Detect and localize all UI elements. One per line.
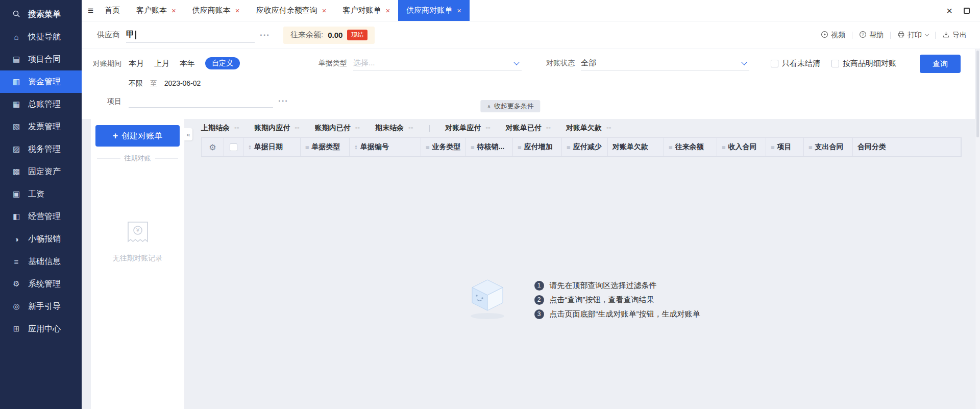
tab-close-icon[interactable]: × — [385, 7, 390, 14]
sidebar-item-8[interactable]: ▣工资 — [0, 183, 82, 205]
collapse-conditions-button[interactable]: ∧ 收起更多条件 — [480, 100, 540, 112]
filter-icon[interactable]: ≡ — [567, 143, 571, 151]
sort-icon[interactable]: ▲▼ — [248, 145, 252, 150]
doc-type-select[interactable]: 选择... — [353, 56, 522, 70]
sidebar-search[interactable]: 搜索菜单 — [0, 3, 82, 26]
tab-close-icon[interactable]: × — [235, 7, 240, 14]
period-option-3[interactable]: 本年 — [180, 59, 195, 68]
column-header-7[interactable]: ≡应付减少 — [562, 138, 608, 156]
date-to[interactable]: 2023-06-02 — [164, 79, 201, 87]
column-header-8[interactable]: 对账单欠款 — [608, 138, 664, 156]
column-header-1[interactable]: ▲▼单据日期 — [243, 138, 301, 156]
summary-divider — [429, 125, 430, 132]
column-header-10[interactable]: ≡收入合同 — [717, 138, 766, 156]
period-option-2[interactable]: 上月 — [154, 59, 169, 68]
collapse-conditions-label: 收起更多条件 — [494, 102, 534, 111]
filter-icon[interactable]: ≡ — [669, 143, 673, 151]
scrollbar-thumb[interactable] — [976, 51, 979, 137]
video-button[interactable]: 视频 — [821, 31, 845, 40]
column-header-2[interactable]: ≡单据类型 — [301, 138, 350, 156]
supplier-input[interactable]: 甲 — [126, 28, 255, 43]
by-item-detail-checkbox[interactable]: 按商品明细对账 — [831, 59, 896, 68]
help-button[interactable]: ? 帮助 — [859, 31, 884, 40]
tab-close-icon[interactable]: × — [172, 7, 176, 14]
step-text: 点击页面底部“生成对账单”按钮，生成对账单 — [550, 309, 700, 319]
window-controls: × — [936, 0, 980, 21]
sidebar-item-label: 应用中心 — [28, 324, 61, 334]
filter-icon[interactable]: ≡ — [722, 143, 726, 151]
filter-icon[interactable]: ≡ — [471, 143, 475, 151]
sidebar-item-7[interactable]: ▩固定资产 — [0, 160, 82, 183]
expense-icon: ◑ — [11, 235, 21, 244]
tab-1[interactable]: 首页 — [96, 0, 128, 21]
sort-icon[interactable]: ▲▼ — [354, 145, 358, 150]
fixed-assets-icon: ▩ — [11, 167, 21, 176]
select-all-checkbox[interactable] — [224, 138, 243, 156]
summary-item-7: 对账单欠款-- — [566, 124, 611, 133]
past-statements-divider: 往期对账 — [97, 154, 178, 163]
tab-label: 首页 — [105, 6, 120, 15]
project-contract-icon: ▤ — [11, 55, 21, 64]
compass-icon: ⌂ — [11, 33, 21, 41]
sidebar-menu: ⌂快捷导航▤项目合同▥资金管理▦总账管理▧发票管理▨税务管理▩固定资产▣工资◧经… — [0, 26, 82, 340]
filter-icon[interactable]: ≡ — [808, 143, 813, 151]
project-input[interactable] — [129, 94, 273, 108]
filter-icon[interactable]: ≡ — [426, 143, 430, 151]
tab-6[interactable]: 供应商对账单× — [398, 0, 470, 21]
sidebar-item-13[interactable]: ◎新手引导 — [0, 295, 82, 318]
project-more-button[interactable]: ··· — [278, 96, 288, 106]
tab-4[interactable]: 应收应付余额查询× — [248, 0, 335, 21]
column-header-9[interactable]: ≡往来余额 — [664, 138, 717, 156]
sidebar-item-5[interactable]: ▧发票管理 — [0, 115, 82, 138]
date-from[interactable]: 不限 — [129, 79, 143, 87]
date-range[interactable]: 不限 至 2023-06-02 — [129, 79, 240, 88]
column-header-3[interactable]: ▲▼单据编号 — [350, 138, 421, 156]
sidebar-item-4[interactable]: ▦总账管理 — [0, 93, 82, 115]
status-select[interactable]: 全部 — [581, 56, 749, 70]
sidebar-item-6[interactable]: ▨税务管理 — [0, 138, 82, 160]
tab-5[interactable]: 客户对账单× — [334, 0, 398, 21]
sidebar-item-10[interactable]: ◑小畅报销 — [0, 228, 82, 250]
sidebar-item-9[interactable]: ◧经营管理 — [0, 205, 82, 228]
unsettled-only-checkbox[interactable]: 只看未结清 — [771, 59, 820, 68]
column-header-13[interactable]: 合同分类 — [853, 138, 961, 156]
print-button[interactable]: 打印 — [897, 31, 928, 40]
create-statement-button[interactable]: + 创建对账单 — [95, 125, 180, 147]
tab-2[interactable]: 客户账本× — [128, 0, 184, 21]
period-option-4[interactable]: 自定义 — [205, 57, 240, 69]
tab-close-icon[interactable]: × — [322, 7, 327, 14]
column-settings-button[interactable]: ⚙ — [202, 138, 224, 156]
supplier-more-button[interactable]: ··· — [260, 30, 270, 40]
column-header-5[interactable]: ≡待核销... — [466, 138, 513, 156]
filter-icon[interactable]: ≡ — [518, 143, 522, 151]
close-icon[interactable]: × — [946, 6, 952, 16]
column-header-6[interactable]: ≡应付增加 — [513, 138, 562, 156]
export-button[interactable]: 导出 — [942, 31, 967, 40]
summary-value: -- — [606, 124, 611, 132]
sidebar-item-2[interactable]: ▤项目合同 — [0, 48, 82, 70]
search-button[interactable]: 查询 — [920, 55, 961, 73]
column-header-4[interactable]: ≡业务类型 — [421, 138, 466, 156]
filter-icon[interactable]: ≡ — [771, 143, 775, 151]
vertical-scrollbar[interactable] — [975, 49, 980, 409]
tab-3[interactable]: 供应商账本× — [184, 0, 248, 21]
sidebar-item-label: 快捷导航 — [28, 32, 61, 42]
collapse-panel-button[interactable]: « — [184, 128, 192, 140]
column-header-11[interactable]: ≡项目 — [766, 138, 804, 156]
fullscreen-icon[interactable] — [964, 8, 970, 14]
sidebar-item-11[interactable]: ≡基础信息 — [0, 250, 82, 273]
filter-icon[interactable]: ≡ — [305, 143, 309, 151]
hamburger-icon[interactable]: ≡ — [88, 5, 93, 16]
salary-icon: ▣ — [11, 189, 21, 199]
tab-close-icon[interactable]: × — [457, 7, 461, 14]
sidebar-item-3[interactable]: ▥资金管理 — [0, 70, 82, 93]
period-option-1[interactable]: 本月 — [129, 59, 144, 68]
guide-icon: ◎ — [11, 302, 21, 311]
column-header-12[interactable]: ≡支出合同 — [804, 138, 853, 156]
summary-item-2: 账期内应付-- — [254, 124, 299, 133]
sidebar-item-1[interactable]: ⌂快捷导航 — [0, 26, 82, 48]
summary-item-6: 对账单已付-- — [506, 124, 551, 133]
sidebar-item-14[interactable]: ⊞应用中心 — [0, 318, 82, 340]
download-icon — [942, 31, 950, 40]
sidebar-item-12[interactable]: ⚙系统管理 — [0, 273, 82, 295]
